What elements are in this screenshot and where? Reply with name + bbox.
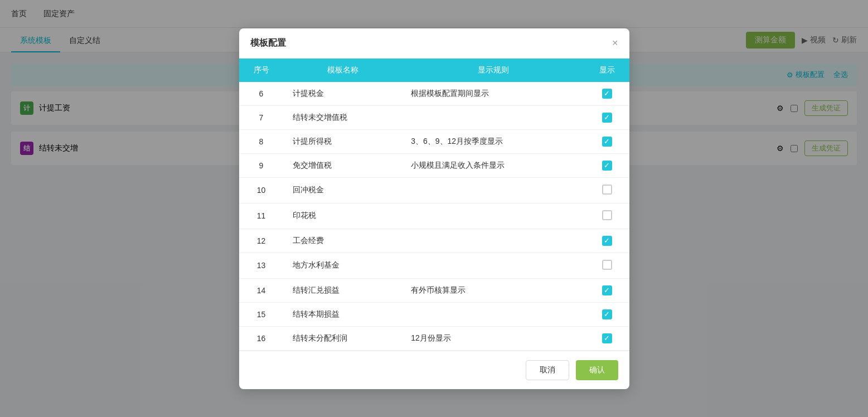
cell-seq-7: 13 [239,253,284,278]
config-table: 序号 模板名称 显示规则 显示 6计提税金根据模板配置期间显示7结转未交增值税8… [239,59,629,351]
th-seq: 序号 [239,59,284,82]
cell-rule-1 [402,105,584,129]
cell-seq-6: 12 [239,229,284,253]
checkbox-4[interactable] [602,185,612,195]
cell-check-0 [585,82,629,106]
cell-check-6 [585,229,629,253]
cell-seq-9: 15 [239,302,284,326]
cell-name-2: 计提所得税 [284,129,403,153]
table-row: 16结转未分配利润12月份显示 [239,326,629,350]
modal-overlay: 模板配置 × 序号 模板名称 显示规则 显示 6计提税金根据模板配置期间 [0,0,868,417]
table-row: 8计提所得税3、6、9、12月按季度显示 [239,129,629,153]
cell-name-0: 计提税金 [284,82,403,106]
cell-rule-7 [402,253,584,278]
checkbox-5[interactable] [602,210,612,220]
cell-seq-2: 8 [239,129,284,153]
cell-check-10 [585,326,629,350]
cell-check-7 [585,253,629,278]
cell-check-5 [585,203,629,229]
cell-rule-10: 12月份显示 [402,326,584,350]
table-row: 10回冲税金 [239,177,629,203]
cell-seq-10: 16 [239,326,284,350]
confirm-button[interactable]: 确认 [576,360,618,380]
th-rule: 显示规则 [402,59,584,82]
cell-rule-0: 根据模板配置期间显示 [402,82,584,106]
checkbox-2[interactable] [602,137,612,147]
table-row: 15结转本期损益 [239,302,629,326]
cell-name-4: 回冲税金 [284,177,403,203]
cell-name-5: 印花税 [284,203,403,229]
page-background: 首页 固定资产 系统模板 自定义结 测算金额 ▶ 视频 ↻ 刷新 ⚙ 模板配置 [0,0,868,417]
cell-rule-2: 3、6、9、12月按季度显示 [402,129,584,153]
table-row: 7结转未交增值税 [239,105,629,129]
cell-seq-4: 10 [239,177,284,203]
cell-name-1: 结转未交增值税 [284,105,403,129]
modal-template-config: 模板配置 × 序号 模板名称 显示规则 显示 6计提税金根据模板配置期间 [239,28,629,389]
cell-check-9 [585,302,629,326]
th-display: 显示 [585,59,629,82]
cell-check-8 [585,278,629,302]
cancel-button[interactable]: 取消 [526,360,569,380]
cell-seq-8: 14 [239,278,284,302]
checkbox-6[interactable] [602,236,612,246]
table-header: 序号 模板名称 显示规则 显示 [239,59,629,82]
th-name: 模板名称 [284,59,403,82]
cell-seq-3: 9 [239,153,284,177]
checkbox-1[interactable] [602,113,612,123]
checkbox-9[interactable] [602,309,612,319]
table-header-row: 序号 模板名称 显示规则 显示 [239,59,629,82]
table-row: 9免交增值税小规模且满足收入条件显示 [239,153,629,177]
cell-check-3 [585,153,629,177]
modal-title: 模板配置 [250,37,286,49]
cell-name-9: 结转本期损益 [284,302,403,326]
cell-check-2 [585,129,629,153]
cell-name-3: 免交增值税 [284,153,403,177]
cell-rule-8: 有外币核算显示 [402,278,584,302]
cell-seq-1: 7 [239,105,284,129]
modal-header: 模板配置 × [239,28,629,59]
checkbox-3[interactable] [602,161,612,171]
cell-rule-6 [402,229,584,253]
cell-name-10: 结转未分配利润 [284,326,403,350]
table-row: 12工会经费 [239,229,629,253]
cell-rule-3: 小规模且满足收入条件显示 [402,153,584,177]
table-row: 6计提税金根据模板配置期间显示 [239,82,629,106]
cell-seq-5: 11 [239,203,284,229]
cell-check-1 [585,105,629,129]
checkbox-7[interactable] [602,260,612,270]
cell-rule-4 [402,177,584,203]
cell-rule-9 [402,302,584,326]
cell-check-4 [585,177,629,203]
cell-rule-5 [402,203,584,229]
table-body: 6计提税金根据模板配置期间显示7结转未交增值税8计提所得税3、6、9、12月按季… [239,82,629,351]
modal-body: 序号 模板名称 显示规则 显示 6计提税金根据模板配置期间显示7结转未交增值税8… [239,59,629,351]
checkbox-10[interactable] [602,333,612,343]
cell-name-7: 地方水利基金 [284,253,403,278]
table-row: 14结转汇兑损益有外币核算显示 [239,278,629,302]
cell-seq-0: 6 [239,82,284,106]
checkbox-0[interactable] [602,89,612,99]
cell-name-8: 结转汇兑损益 [284,278,403,302]
checkbox-8[interactable] [602,285,612,295]
table-row: 13地方水利基金 [239,253,629,278]
modal-footer: 取消 确认 [239,351,629,389]
table-row: 11印花税 [239,203,629,229]
close-icon[interactable]: × [612,38,618,48]
cell-name-6: 工会经费 [284,229,403,253]
